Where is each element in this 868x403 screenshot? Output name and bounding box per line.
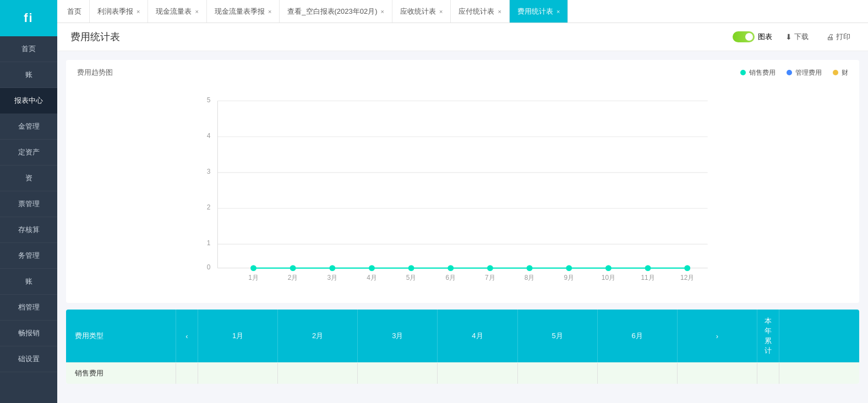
page-title: 费用统计表 bbox=[70, 30, 120, 43]
tab-cashflow[interactable]: 现金流量表 × bbox=[148, 0, 206, 23]
svg-text:9月: 9月 bbox=[564, 274, 574, 281]
close-cashflow-tab[interactable]: × bbox=[195, 8, 198, 15]
legend-sales: 销售费用 bbox=[740, 68, 776, 78]
th-nav-prev[interactable]: ‹ bbox=[176, 310, 198, 362]
sidebar-item-assets[interactable]: 定资产 bbox=[0, 140, 57, 165]
sidebar-item-settings[interactable]: 础设置 bbox=[0, 346, 57, 372]
legend-label-finance: 财 bbox=[842, 68, 848, 78]
sidebar-item-account[interactable]: 账 bbox=[0, 62, 57, 88]
svg-text:0: 0 bbox=[207, 263, 211, 271]
print-button[interactable]: 🖨 打印 bbox=[822, 30, 855, 44]
svg-text:7月: 7月 bbox=[485, 274, 495, 281]
expense-table: 费用类型 ‹ 1月 2月 3月 4月 5月 6月 › 本年累计 销售费用 bbox=[66, 310, 859, 384]
th-type: 费用类型 bbox=[66, 310, 176, 362]
chart-legend: 销售费用 管理费用 财 bbox=[740, 68, 848, 78]
close-payable-tab[interactable]: × bbox=[498, 8, 501, 15]
td-sales-m2 bbox=[278, 363, 358, 384]
svg-point-19 bbox=[447, 265, 454, 271]
sidebar-item-capital[interactable]: 资 bbox=[0, 165, 57, 191]
th-month-2: 2月 bbox=[278, 310, 358, 362]
legend-admin: 管理费用 bbox=[787, 68, 822, 78]
legend-dot-sales bbox=[740, 70, 746, 75]
tab-receivable[interactable]: 应收统计表 × bbox=[392, 0, 451, 23]
svg-point-20 bbox=[487, 265, 493, 271]
th-month-6: 6月 bbox=[598, 310, 678, 362]
th-year-total: 本年累计 bbox=[757, 310, 779, 362]
sidebar-item-business[interactable]: 务管理 bbox=[0, 243, 57, 269]
close-blank-tab[interactable]: × bbox=[381, 8, 384, 15]
legend-label-admin: 管理费用 bbox=[795, 68, 822, 78]
next-page-icon[interactable]: › bbox=[716, 332, 718, 340]
close-profit-tab[interactable]: × bbox=[137, 8, 140, 15]
sidebar-item-invoice[interactable]: 票管理 bbox=[0, 191, 57, 217]
close-receivable-tab[interactable]: × bbox=[439, 8, 443, 15]
toggle-wrap: 图表 bbox=[733, 31, 772, 42]
td-nav-prev-data bbox=[176, 363, 198, 384]
close-expense-tab[interactable]: × bbox=[556, 8, 560, 15]
svg-text:8月: 8月 bbox=[525, 274, 535, 281]
sidebar: fi 首页 账 报表中心 金管理 定资产 资 票管理 存核算 务管理 账 档管理… bbox=[0, 0, 57, 403]
td-sales-m6 bbox=[598, 363, 678, 384]
sidebar-item-reports[interactable]: 报表中心 bbox=[0, 88, 57, 114]
header-actions: 图表 ⬇ 下载 🖨 打印 bbox=[733, 30, 855, 44]
svg-text:6月: 6月 bbox=[445, 274, 456, 281]
svg-point-24 bbox=[645, 265, 651, 271]
toggle-label: 图表 bbox=[758, 32, 772, 42]
svg-text:2: 2 bbox=[207, 203, 211, 211]
tab-payable[interactable]: 应付统计表 × bbox=[451, 0, 509, 23]
tab-bar: 首页 利润表季报 × 现金流量表 × 现金流量表季报 × 查看_空白报表(202… bbox=[57, 0, 868, 23]
legend-dot-admin bbox=[787, 70, 792, 75]
table-header-row: 费用类型 ‹ 1月 2月 3月 4月 5月 6月 › 本年累计 bbox=[66, 310, 859, 362]
tab-cashflow-q[interactable]: 现金流量表季报 × bbox=[207, 0, 280, 23]
sidebar-item-archive[interactable]: 档管理 bbox=[0, 295, 57, 321]
td-sales-m3 bbox=[358, 363, 438, 384]
main-area: 首页 利润表季报 × 现金流量表 × 现金流量表季报 × 查看_空白报表(202… bbox=[57, 0, 868, 403]
chart-canvas: 5 4 3 2 1 0 bbox=[77, 83, 848, 292]
page-content: 费用统计表 图表 ⬇ 下载 🖨 打印 费用趋势图 bbox=[57, 23, 868, 403]
download-button[interactable]: ⬇ 下载 bbox=[781, 30, 813, 44]
svg-point-22 bbox=[566, 265, 572, 271]
td-sales-ytd bbox=[757, 363, 779, 384]
svg-text:5月: 5月 bbox=[406, 274, 417, 281]
svg-text:3: 3 bbox=[207, 168, 211, 175]
svg-point-16 bbox=[329, 265, 335, 271]
legend-label-sales: 销售费用 bbox=[749, 68, 776, 78]
th-month-5: 5月 bbox=[518, 310, 598, 362]
svg-text:1月: 1月 bbox=[248, 274, 259, 281]
svg-point-15 bbox=[290, 265, 296, 271]
chart-toggle[interactable] bbox=[733, 31, 755, 42]
th-month-1: 1月 bbox=[198, 310, 278, 362]
tab-home[interactable]: 首页 bbox=[59, 0, 90, 23]
svg-text:4: 4 bbox=[207, 132, 211, 140]
svg-point-17 bbox=[369, 265, 375, 271]
svg-point-18 bbox=[408, 265, 414, 271]
svg-text:11月: 11月 bbox=[641, 274, 654, 281]
sidebar-logo: fi bbox=[0, 0, 57, 36]
td-sales-m4 bbox=[438, 363, 517, 384]
page-header: 费用统计表 图表 ⬇ 下载 🖨 打印 bbox=[57, 23, 868, 51]
tab-blank[interactable]: 查看_空白报表(2023年02月) × bbox=[280, 0, 392, 23]
svg-point-21 bbox=[527, 265, 533, 271]
svg-point-25 bbox=[684, 265, 690, 271]
th-month-4: 4月 bbox=[438, 310, 517, 362]
close-cashflow-q-tab[interactable]: × bbox=[268, 8, 271, 15]
svg-text:5: 5 bbox=[207, 96, 211, 104]
svg-point-23 bbox=[605, 265, 612, 271]
tab-profit[interactable]: 利润表季报 × bbox=[90, 0, 148, 23]
print-icon: 🖨 bbox=[826, 32, 834, 41]
th-nav-next[interactable]: › bbox=[678, 310, 757, 362]
sidebar-item-account2[interactable]: 账 bbox=[0, 269, 57, 295]
td-sales-m1 bbox=[198, 363, 278, 384]
sidebar-item-finance[interactable]: 金管理 bbox=[0, 114, 57, 140]
sidebar-item-inventory[interactable]: 存核算 bbox=[0, 217, 57, 243]
svg-point-14 bbox=[250, 265, 256, 271]
tab-expense[interactable]: 费用统计表 × bbox=[510, 0, 568, 23]
sidebar-item-expense-reimbursement[interactable]: 畅报销 bbox=[0, 321, 57, 346]
table-row: 销售费用 bbox=[66, 362, 859, 384]
chart-header: 费用趋势图 销售费用 管理费用 财 bbox=[77, 68, 848, 78]
svg-text:4月: 4月 bbox=[367, 274, 377, 281]
svg-text:10月: 10月 bbox=[602, 274, 615, 281]
td-type-sales: 销售费用 bbox=[66, 363, 176, 384]
sidebar-item-home[interactable]: 首页 bbox=[0, 36, 57, 62]
prev-page-icon[interactable]: ‹ bbox=[185, 332, 188, 340]
